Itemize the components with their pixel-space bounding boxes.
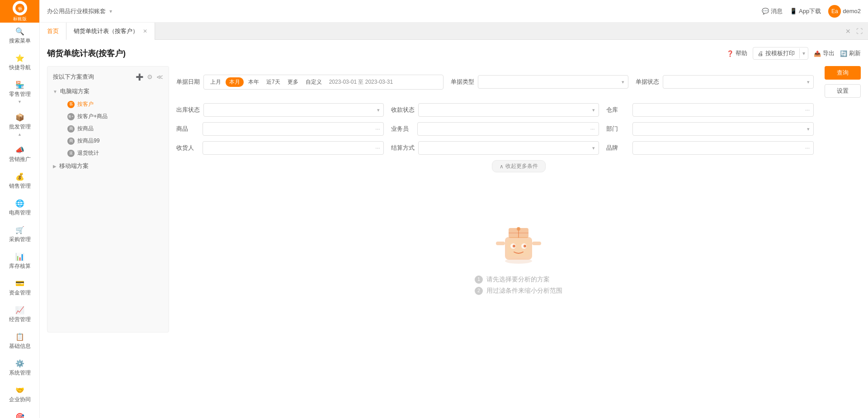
doc-status-control[interactable]: ▾ <box>663 75 814 89</box>
message-btn[interactable]: 💬 消息 <box>762 7 783 15</box>
tree-item-by-goods[interactable]: 商 按商品 <box>57 123 169 135</box>
enterprise-icon: 🤝 <box>15 386 24 394</box>
refresh-btn[interactable]: 🔄 刷新 <box>840 49 861 57</box>
add-scheme-icon[interactable]: ➕ <box>136 73 143 81</box>
collapse-button[interactable]: ∧ 收起更多条件 <box>492 160 546 172</box>
date-tab-7days[interactable]: 近7天 <box>264 77 283 87</box>
sidebar-item-operations[interactable]: 📈 经营管理 <box>0 301 39 328</box>
message-label: 消息 <box>771 7 783 15</box>
print-icon: 🖨 <box>758 50 764 57</box>
settlement-control[interactable]: ▾ <box>418 141 599 155</box>
sidebar-item-retail[interactable]: 🏪 零售管理 ▼ <box>0 76 39 109</box>
receiver-control[interactable]: ··· <box>203 141 384 155</box>
purchase-icon: 🛒 <box>15 226 24 234</box>
tree-item-by-customer[interactable]: 客 按客户 <box>57 98 169 110</box>
sidebar-item-sales[interactable]: 💰 销售管理 <box>0 168 39 195</box>
help-label: 帮助 <box>736 49 747 57</box>
filter-area: 按以下方案查询 ➕ ⚙ ≪ ▼ 电脑端方案 客 按客户 <box>47 66 861 332</box>
settings-button[interactable]: 设置 <box>825 84 861 98</box>
filter-salesperson: 业务员 ··· <box>391 122 599 136</box>
salesperson-control[interactable]: ··· <box>417 122 599 136</box>
expand-icon: ▲ <box>18 132 22 137</box>
more-icon: ··· <box>590 126 595 132</box>
app-logo[interactable]: 畅 标账版 <box>0 0 39 23</box>
close-tab-icon[interactable]: ✕ <box>845 28 851 35</box>
tab-close-icon[interactable]: ✕ <box>143 28 147 34</box>
sidebar-item-label: 批发管理 <box>9 123 31 131</box>
tree-child-label: 退货统计 <box>77 149 99 157</box>
settings-scheme-icon[interactable]: ⚙ <box>147 73 153 81</box>
salesperson-label: 业务员 <box>391 125 414 133</box>
sidebar-item-label: 搜索菜单 <box>9 37 31 45</box>
warehouse-control[interactable]: ··· <box>632 103 814 117</box>
collapse-icon: ∧ <box>500 163 504 170</box>
tree-item-by-goods99[interactable]: 商 按商品99 <box>57 135 169 147</box>
sidebar-item-inventory[interactable]: 📊 库存核算 <box>0 248 39 275</box>
filter-scheme-panel: 按以下方案查询 ➕ ⚙ ≪ ▼ 电脑端方案 客 按客户 <box>47 66 169 332</box>
app-download-btn[interactable]: 📱 App下载 <box>790 7 821 15</box>
tip-item-2: 2 用过滤条件来缩小分析范围 <box>475 285 562 296</box>
dept-control[interactable]: ▾ <box>632 122 814 136</box>
dept-label: 部门 <box>606 125 629 133</box>
tab-home[interactable]: 首页 <box>40 23 66 40</box>
filter-out-status: 出库状态 ▾ <box>176 103 384 117</box>
tree-item-by-customer-goods[interactable]: 客+ 按客户+商品 <box>57 110 169 123</box>
tree-mobile-group[interactable]: ▶ 移动端方案 <box>47 159 169 173</box>
out-status-control[interactable]: ▾ <box>203 103 384 117</box>
user-profile[interactable]: Ea demo2 <box>828 5 861 18</box>
scheme-icon-gray3: 商 <box>67 138 75 145</box>
chevron-down-icon: ▾ <box>622 79 624 85</box>
scheme-icon-gray2: 商 <box>67 125 75 133</box>
date-tab-custom[interactable]: 自定义 <box>303 77 325 87</box>
tab-report[interactable]: 销货单统计表（按客户） ✕ <box>66 23 155 40</box>
sidebar-item-purchase[interactable]: 🛒 采购管理 <box>0 221 39 248</box>
sidebar-item-ecom[interactable]: 🌐 电商管理 <box>0 195 39 221</box>
tree-child-label: 按商品 <box>77 125 94 133</box>
tree-item-return-stats[interactable]: 退 退货统计 <box>57 147 169 159</box>
date-tab-more[interactable]: 更多 <box>285 77 301 87</box>
template-print-btn[interactable]: 🖨 按模板打印 ▾ <box>753 47 808 60</box>
date-tab-this-month[interactable]: 本月 <box>226 77 244 87</box>
retail-icon: 🏪 <box>15 81 24 89</box>
sidebar-item-label: 快捷导航 <box>9 64 31 71</box>
more-icon: ··· <box>805 107 810 113</box>
maximize-icon[interactable]: ⛶ <box>856 28 863 35</box>
chevron-down-icon[interactable]: ▾ <box>109 8 112 14</box>
date-tab-this-year[interactable]: 本年 <box>245 77 262 87</box>
date-control[interactable]: 上月 本月 本年 近7天 更多 自定义 2023-03-01 至 2023-03… <box>203 75 443 90</box>
help-btn[interactable]: ❓ 帮助 <box>726 49 747 57</box>
avatar: Ea <box>828 5 841 18</box>
payment-status-control[interactable]: ▾ <box>418 103 599 117</box>
sidebar-item-wholesale[interactable]: 📦 批发管理 ▲ <box>0 109 39 141</box>
marketing-icon: 📣 <box>15 146 24 154</box>
main-area: 办公用品行业模拟账套 ▾ 💬 消息 📱 App下载 Ea demo2 首页 <box>40 0 868 418</box>
newbie-icon: 🎯 <box>15 413 24 418</box>
sidebar-item-marketing[interactable]: 📣 营销推广 <box>0 141 39 168</box>
sidebar-item-search[interactable]: 🔍 搜索菜单 <box>0 23 39 49</box>
query-button[interactable]: 查询 <box>825 66 861 80</box>
scheme-icon-gray: 客+ <box>67 113 75 120</box>
doc-type-control[interactable]: ▾ <box>478 75 629 89</box>
tip-text-2: 用过滤条件来缩小分析范围 <box>486 285 562 296</box>
goods-control[interactable]: ··· <box>203 122 384 136</box>
sales-icon: 💰 <box>15 172 24 181</box>
expand-icon: ▼ <box>18 100 22 104</box>
tree-desktop-group[interactable]: ▼ 电脑端方案 <box>47 85 169 98</box>
date-range-value: 2023-03-01 至 2023-03-31 <box>329 78 393 86</box>
sidebar-item-base[interactable]: 📋 基础信息 <box>0 328 39 355</box>
sidebar-item-system[interactable]: ⚙️ 系统管理 <box>0 355 39 381</box>
tab-maximize-actions: ✕ ⛶ <box>840 28 868 35</box>
sidebar-item-enterprise[interactable]: 🤝 企业协同 <box>0 381 39 408</box>
settlement-label: 结算方式 <box>391 144 415 152</box>
sidebar-item-quick[interactable]: ⭐ 快捷导航 <box>0 49 39 76</box>
export-btn[interactable]: 📤 导出 <box>814 49 835 57</box>
sidebar-item-finance[interactable]: 💳 资金管理 <box>0 275 39 301</box>
brand-control[interactable]: ··· <box>632 141 814 155</box>
template-print-arrow[interactable]: ▾ <box>799 48 808 58</box>
date-tab-last-month[interactable]: 上月 <box>208 77 224 87</box>
sidebar-item-newbie[interactable]: 🎯 新手引导 <box>0 408 39 418</box>
page-header: 销货单统计表(按客户) ❓ 帮助 🖨 按模板打印 ▾ 📤 导出 <box>47 47 861 60</box>
chevron-right-icon: ▶ <box>53 164 57 169</box>
collapse-scheme-icon[interactable]: ≪ <box>156 73 163 81</box>
sidebar-item-label: 资金管理 <box>9 289 31 297</box>
